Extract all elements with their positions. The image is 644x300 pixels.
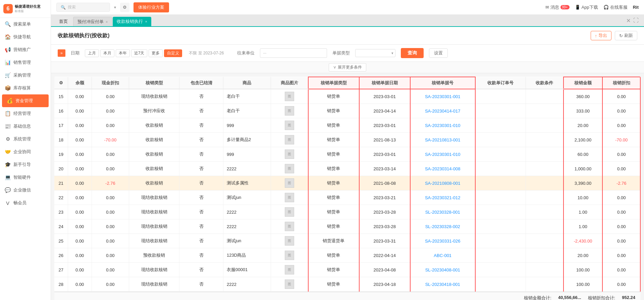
cell-bill-date: 2023-04-08 xyxy=(359,263,410,277)
cell-bill-type: 销货单 xyxy=(308,263,359,277)
settings-gear[interactable]: ⚙ xyxy=(120,3,129,12)
cell-bill-no[interactable]: SL-20230408-001 xyxy=(410,263,475,277)
table-row: 19 0.00 0.00 收款核销 否 999 图 销货单 2023-03-01… xyxy=(54,147,640,162)
setting-button[interactable]: 设置 xyxy=(429,48,448,58)
date-btn-7days[interactable]: 近7天 xyxy=(131,49,148,57)
cell-bill-no[interactable]: SA-20230301-010 xyxy=(410,147,475,162)
cell-bill-no[interactable]: SA-20230414-017 xyxy=(410,104,475,118)
app-download-link[interactable]: 📱 App下载 xyxy=(575,4,598,10)
cell-product-img: 图 xyxy=(271,176,308,190)
cell-amount: 60.00 xyxy=(564,147,603,162)
cell-bill-no[interactable]: SL-20230418-001 xyxy=(410,277,475,292)
cell-product: 衣服00001 xyxy=(223,263,271,277)
maximize-window-btn[interactable]: ⛶ xyxy=(633,17,639,24)
tab2-close[interactable]: × xyxy=(145,19,147,24)
cell-bill-date: 2023-03-28 xyxy=(359,219,410,234)
cell-bill-no[interactable]: SL-20230328-001 xyxy=(410,205,475,219)
solution-button[interactable]: 体验行业方案 xyxy=(133,2,169,12)
tab-home[interactable]: 首页 xyxy=(54,17,73,26)
online-service-link[interactable]: 🎧 在线客服 xyxy=(603,4,628,10)
sidebar-item-wechat[interactable]: 💬 企业微信 xyxy=(0,184,51,197)
cell-discount: 0.00 xyxy=(602,248,640,263)
sidebar-item-purchase[interactable]: 🛒 采购管理 xyxy=(0,69,51,82)
sidebar-item-collab[interactable]: 🤝 企业协同 xyxy=(0,145,51,158)
filter-expand-btn[interactable]: » xyxy=(58,49,65,57)
query-button[interactable]: 查询 xyxy=(401,48,424,58)
date-btn-last-month[interactable]: 上月 xyxy=(85,49,99,57)
product-image-thumb[interactable]: 图 xyxy=(285,106,294,116)
date-range: 不限 至 2023-07-26 xyxy=(189,50,224,56)
sidebar-item-nav[interactable]: 🏠 快捷导航 xyxy=(0,31,51,43)
cell-bill-no[interactable]: SA-20210808-001 xyxy=(410,176,475,190)
col-header-gear[interactable]: ⚙ xyxy=(54,77,68,89)
cell-id: 21 xyxy=(54,176,68,190)
product-image-thumb[interactable]: 图 xyxy=(285,222,294,231)
doc-type-select[interactable] xyxy=(355,49,395,57)
sidebar-item-sales[interactable]: 📊 销售管理 xyxy=(0,56,51,69)
cell-bill-no[interactable]: SL-20230328-002 xyxy=(410,219,475,234)
product-image-thumb[interactable]: 图 xyxy=(285,178,294,188)
product-image-thumb[interactable]: 图 xyxy=(285,135,294,144)
cell-bill-no[interactable]: SA-20230301-001 xyxy=(410,89,475,104)
page-title: 收款核销执行(按收款) xyxy=(58,32,110,39)
close-window-btn[interactable]: ✕ xyxy=(626,17,631,24)
sidebar-item-finance[interactable]: 💰 资金管理 xyxy=(2,94,49,107)
sidebar-item-member[interactable]: V 畅会员 xyxy=(0,197,51,209)
product-image-thumb[interactable]: 图 xyxy=(285,92,294,101)
export-button[interactable]: ↑ 导出 xyxy=(591,31,612,40)
date-btn-custom[interactable]: 自定义 xyxy=(164,49,182,57)
product-image-thumb[interactable]: 图 xyxy=(285,164,294,173)
cell-id: 18 xyxy=(54,133,68,147)
cell-bill-no[interactable]: ABC-001 xyxy=(410,248,475,263)
date-btn-this-year[interactable]: 本年 xyxy=(116,49,130,57)
date-btn-this-month[interactable]: 本月 xyxy=(100,49,114,57)
tab-prepay[interactable]: 预付冲应付单 × xyxy=(73,17,112,26)
cell-bill-type: 销货单 xyxy=(308,118,359,133)
cell-bill-no[interactable]: SA-20230321-012 xyxy=(410,190,475,205)
cell-bill-no[interactable]: SA-20210813-001 xyxy=(410,133,475,147)
message-area[interactable]: ✉ 消息 99+ xyxy=(545,4,570,10)
refresh-button[interactable]: ↻ 刷新 xyxy=(615,31,637,40)
date-label: 日期 xyxy=(71,50,79,56)
date-btn-more[interactable]: 更多 xyxy=(149,49,163,57)
cell-bill-no[interactable]: SA-20230331-026 xyxy=(410,234,475,248)
cell-cash-discount: 0.00 xyxy=(92,263,129,277)
tab-writeoff[interactable]: 收款核销执行 × xyxy=(113,17,151,26)
sidebar-item-guide[interactable]: 🎓 新手引导 xyxy=(0,158,51,171)
sidebar-item-system[interactable]: ⚙ 系统管理 xyxy=(0,133,51,145)
sidebar-item-marketing[interactable]: 📢 营销推广 xyxy=(0,43,51,56)
cell-product: 999 xyxy=(223,118,271,133)
system-icon: ⚙ xyxy=(5,136,11,142)
sidebar-item-basic-info[interactable]: 📰 基础信息 xyxy=(0,120,51,133)
cell-receipt-order xyxy=(475,104,526,118)
cell-receipt-condition xyxy=(526,176,564,190)
cell-bill-no[interactable]: SA-20230314-008 xyxy=(410,162,475,176)
product-image-thumb[interactable]: 图 xyxy=(285,207,294,217)
marketing-icon: 📢 xyxy=(5,47,11,53)
search-box[interactable]: 🔍 搜索 xyxy=(56,3,110,12)
product-image-thumb[interactable]: 图 xyxy=(285,251,294,260)
tab1-close[interactable]: × xyxy=(106,20,108,24)
col-header-discount: 核销折扣 xyxy=(602,77,640,89)
sidebar-item-hardware[interactable]: 💻 智能硬件 xyxy=(0,171,51,184)
cell-balance: 0.00 xyxy=(68,162,92,176)
product-image-thumb[interactable]: 图 xyxy=(285,193,294,202)
cell-bill-no[interactable]: SA-20230301-010 xyxy=(410,118,475,133)
cell-receipt-condition xyxy=(526,263,564,277)
product-image-thumb[interactable]: 图 xyxy=(285,265,294,274)
unit-input[interactable]: ··· xyxy=(260,48,327,58)
cell-receipt-condition xyxy=(526,147,564,162)
sidebar-item-operations[interactable]: 📋 经营管理 xyxy=(0,107,51,120)
product-image-thumb[interactable]: 图 xyxy=(285,236,294,246)
product-image-thumb[interactable]: 图 xyxy=(285,280,294,289)
user-name[interactable]: Rit xyxy=(633,5,639,10)
cell-receipt-order xyxy=(475,234,526,248)
sidebar-item-search[interactable]: 🔍 搜索菜单 xyxy=(0,18,51,31)
expand-more-btn[interactable]: ∨ 展开更多条件 xyxy=(329,63,366,72)
unit-label: 往来单位 xyxy=(237,50,255,56)
product-image-thumb[interactable]: 图 xyxy=(285,121,294,130)
cell-cash-discount: 0.00 xyxy=(92,104,129,118)
product-image-thumb[interactable]: 图 xyxy=(285,149,294,159)
sidebar-item-inventory[interactable]: 📦 库存核算 xyxy=(0,82,51,94)
cell-product-img: 图 xyxy=(271,147,308,162)
